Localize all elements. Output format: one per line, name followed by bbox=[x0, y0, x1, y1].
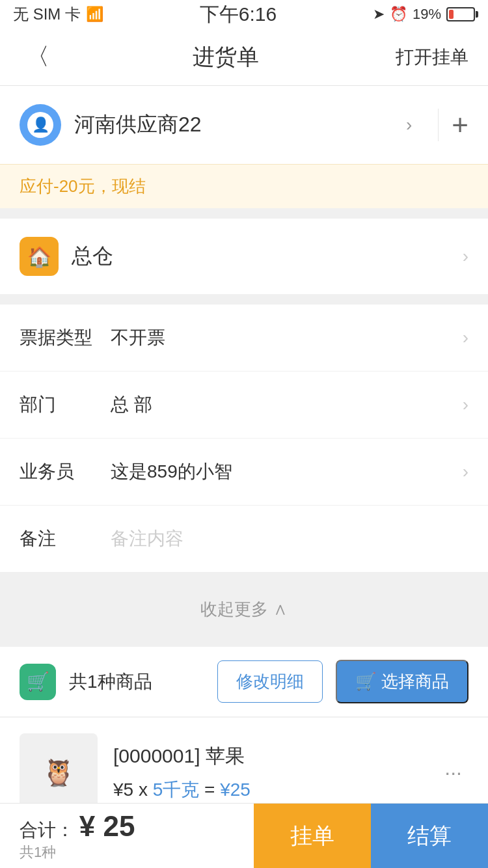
product-total-price: ¥25 bbox=[220, 780, 251, 800]
collapse-bar[interactable]: 收起更多 ∧ bbox=[0, 582, 488, 636]
product-more-button[interactable]: ··· bbox=[438, 754, 468, 791]
product-count-text: 共1种商品 bbox=[69, 670, 204, 694]
ticket-type-row[interactable]: 票据类型 不开票 › bbox=[0, 305, 488, 372]
product-count-icon: 🛒 bbox=[20, 664, 56, 700]
status-bar: 无 SIM 卡 📶 下午6:16 ➤ ⏰ 19% bbox=[0, 0, 488, 29]
department-row[interactable]: 部门 总 部 › bbox=[0, 372, 488, 439]
product-header: 🛒 共1种商品 修改明细 🛒 选择商品 bbox=[0, 647, 488, 716]
remark-row[interactable]: 备注 备注内容 bbox=[0, 506, 488, 572]
select-product-label: 选择商品 bbox=[381, 670, 449, 693]
status-left: 无 SIM 卡 📶 bbox=[13, 4, 103, 25]
salesperson-value: 这是859的小智 bbox=[111, 459, 463, 484]
form-card: 票据类型 不开票 › 部门 总 部 › 业务员 这是859的小智 › 备注 备注… bbox=[0, 305, 488, 572]
footer-total-count: 共1种 bbox=[20, 843, 234, 862]
warehouse-icon: 🏠 bbox=[20, 237, 59, 276]
product-image: 🦉 bbox=[20, 733, 98, 811]
open-hold-button[interactable]: 打开挂单 bbox=[396, 45, 468, 70]
collapse-label: 收起更多 ∧ bbox=[200, 599, 287, 619]
battery-icon bbox=[446, 7, 475, 21]
supplier-add-button[interactable]: + bbox=[452, 109, 468, 141]
credit-banner: 应付-20元，现结 bbox=[0, 164, 488, 208]
back-button[interactable]: 〈 bbox=[20, 34, 56, 79]
ticket-type-label: 票据类型 bbox=[20, 325, 98, 350]
warehouse-name: 总仓 bbox=[72, 242, 463, 271]
supplier-name: 河南供应商22 bbox=[74, 111, 406, 139]
footer-total-label: 合计： bbox=[20, 820, 74, 840]
remark-placeholder: 备注内容 bbox=[111, 526, 468, 551]
main-content: 👤 河南供应商22 › + 应付-20元，现结 🏠 总仓 › 票据类型 不开票 … bbox=[0, 86, 488, 868]
footer: 合计： ¥ 25 共1种 挂单 结算 bbox=[0, 803, 488, 868]
battery-fill bbox=[449, 10, 454, 19]
supplier-row[interactable]: 👤 河南供应商22 › + bbox=[0, 86, 488, 164]
supplier-divider bbox=[438, 109, 439, 141]
remark-label: 备注 bbox=[20, 526, 98, 551]
avatar-inner: 👤 bbox=[27, 112, 53, 138]
salesperson-label: 业务员 bbox=[20, 459, 98, 484]
product-quantity: 5千克 bbox=[153, 780, 200, 800]
product-name: [0000001] 苹果 bbox=[113, 743, 422, 770]
product-price-row: ¥5 x 5千克 = ¥25 bbox=[113, 778, 422, 802]
location-icon: ➤ bbox=[373, 6, 385, 23]
select-product-button[interactable]: 🛒 选择商品 bbox=[336, 660, 468, 703]
warehouse-row[interactable]: 🏠 总仓 › bbox=[0, 219, 488, 294]
department-label: 部门 bbox=[20, 392, 98, 417]
battery-percent: 19% bbox=[413, 6, 441, 23]
credit-text: 应付-20元，现结 bbox=[20, 176, 146, 196]
footer-total: 合计： ¥ 25 共1种 bbox=[0, 810, 254, 862]
footer-total-line: 合计： ¥ 25 bbox=[20, 810, 234, 843]
wifi-icon: 📶 bbox=[86, 6, 103, 23]
product-code: [0000001] 苹果 bbox=[113, 745, 245, 766]
warehouse-card[interactable]: 🏠 总仓 › bbox=[0, 219, 488, 294]
ticket-type-arrow-icon: › bbox=[463, 327, 468, 348]
select-product-icon: 🛒 bbox=[355, 671, 376, 692]
supplier-avatar: 👤 bbox=[20, 104, 61, 146]
product-section: 🛒 共1种商品 修改明细 🛒 选择商品 🦉 [0000001] 苹果 ¥5 x … bbox=[0, 647, 488, 827]
product-info: [0000001] 苹果 ¥5 x 5千克 = ¥25 bbox=[113, 743, 422, 802]
settle-button[interactable]: 结算 bbox=[371, 804, 488, 868]
footer-total-amount: ¥ 25 bbox=[79, 810, 135, 842]
product-equals: = bbox=[204, 780, 220, 800]
salesperson-row[interactable]: 业务员 这是859的小智 › bbox=[0, 439, 488, 506]
modify-detail-button[interactable]: 修改明细 bbox=[217, 660, 323, 703]
warehouse-arrow-icon: › bbox=[463, 246, 468, 267]
department-value: 总 部 bbox=[111, 392, 463, 417]
product-thumbnail-icon: 🦉 bbox=[42, 757, 75, 788]
page-title: 进货单 bbox=[193, 42, 259, 72]
salesperson-arrow-icon: › bbox=[463, 461, 468, 482]
status-time: 下午6:16 bbox=[200, 1, 277, 28]
supplier-arrow-icon: › bbox=[406, 115, 412, 135]
department-arrow-icon: › bbox=[463, 394, 468, 415]
carrier-label: 无 SIM 卡 bbox=[13, 4, 81, 25]
hold-order-button[interactable]: 挂单 bbox=[254, 804, 371, 868]
status-right: ➤ ⏰ 19% bbox=[373, 6, 475, 23]
alarm-icon: ⏰ bbox=[390, 6, 407, 23]
ticket-type-value: 不开票 bbox=[111, 325, 463, 350]
supplier-card: 👤 河南供应商22 › + 应付-20元，现结 bbox=[0, 86, 488, 208]
product-unit-price: ¥5 x bbox=[113, 780, 153, 800]
nav-bar: 〈 进货单 打开挂单 bbox=[0, 29, 488, 86]
